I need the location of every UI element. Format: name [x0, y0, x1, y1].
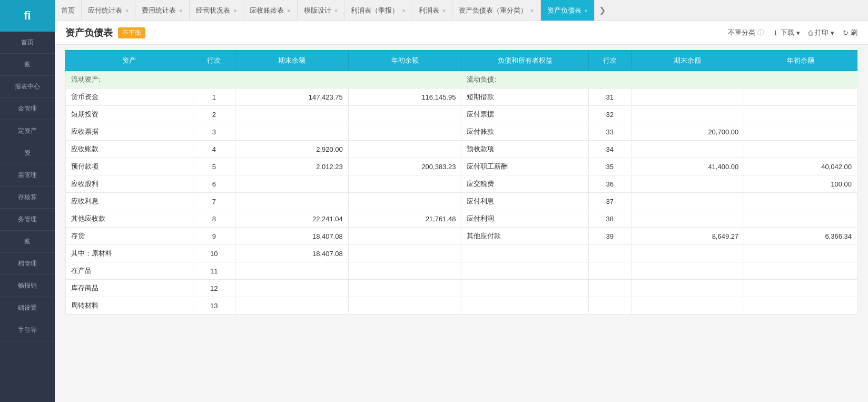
- right-begin-balance: [744, 245, 857, 262]
- sidebar-item-investment[interactable]: 资: [0, 142, 55, 164]
- left-row-num: 4: [193, 141, 235, 158]
- right-row-num: 36: [589, 175, 632, 193]
- left-end-balance: 18,407.08: [235, 245, 349, 262]
- table-row[interactable]: 预付款项 5 2,012.23 200,383.23 应付职工薪酬 35 41,…: [66, 158, 857, 175]
- table-section-row: 流动资产: 流动负债:: [66, 71, 857, 89]
- sidebar-item-expense[interactable]: 畅报销: [0, 275, 55, 297]
- left-begin-balance: [348, 228, 461, 245]
- sidebar-item-home[interactable]: 首页: [0, 32, 55, 54]
- tab-close-profit[interactable]: ×: [442, 7, 446, 14]
- right-begin-balance: [744, 262, 857, 280]
- left-end-balance: [235, 262, 349, 280]
- download-icon: ⤓: [773, 29, 778, 37]
- tab-close-payable-stats[interactable]: ×: [125, 7, 129, 14]
- right-item: 短期借款: [461, 89, 589, 106]
- print-button[interactable]: ⎙ 打印 ▾: [808, 28, 834, 37]
- sidebar-item-fixed-assets[interactable]: 定资产: [0, 120, 55, 142]
- table-row[interactable]: 其中：原材料 10 18,407.08: [66, 245, 857, 262]
- table-row[interactable]: 短期投资 2 应付票据 32: [66, 106, 857, 123]
- tab-close-operations[interactable]: ×: [233, 7, 236, 14]
- no-reclassify-option[interactable]: 不重分类 ⓘ: [728, 28, 764, 37]
- tab-operations[interactable]: 经营状况表 ×: [190, 0, 243, 21]
- left-end-balance: [235, 175, 349, 193]
- right-end-balance: [631, 175, 744, 193]
- right-item: [461, 245, 589, 262]
- sidebar-item-tickets[interactable]: 票管理: [0, 164, 55, 187]
- right-end-balance: [631, 280, 744, 297]
- sidebar-item-account2[interactable]: 账: [0, 231, 55, 253]
- sidebar-item-cash[interactable]: 金管理: [0, 98, 55, 120]
- tab-profit[interactable]: 利润表 ×: [412, 0, 452, 21]
- tab-receivable-aging[interactable]: 应收账龄表 ×: [243, 0, 297, 21]
- left-row-num: 2: [193, 106, 235, 123]
- table-row[interactable]: 存货 9 18,407.08 其他应付款 39 8,649.27 6,366.3…: [66, 228, 857, 245]
- right-end-balance: [631, 193, 744, 210]
- left-begin-balance: [348, 245, 461, 262]
- left-row-num: 1: [193, 89, 235, 106]
- download-label: 下载: [781, 28, 794, 37]
- left-end-balance: [235, 297, 349, 315]
- tab-scroll-right[interactable]: ❯: [595, 5, 610, 15]
- table-row[interactable]: 应收账款 4 2,920.00 预收款项 34: [66, 141, 857, 158]
- left-begin-balance: [348, 297, 461, 315]
- right-end-balance: [631, 106, 744, 123]
- left-item: 货币资金: [66, 89, 193, 106]
- right-begin-balance: [744, 193, 857, 210]
- tab-balance[interactable]: 资产负债表 ×: [541, 0, 595, 21]
- tab-close-template-design[interactable]: ×: [334, 7, 338, 14]
- left-end-balance: 2,920.00: [235, 141, 349, 158]
- left-row-num: 9: [193, 228, 235, 245]
- sidebar-item-inventory[interactable]: 存核算: [0, 187, 55, 209]
- table-row[interactable]: 在产品 11: [66, 262, 857, 280]
- right-item: 其他应付款: [461, 228, 589, 245]
- left-row-num: 7: [193, 193, 235, 210]
- right-begin-balance: [744, 123, 857, 141]
- tab-home[interactable]: 首页: [55, 0, 82, 21]
- right-row-num: 31: [589, 89, 632, 106]
- table-row[interactable]: 库存商品 12: [66, 280, 857, 297]
- table-row[interactable]: 货币资金 1 147,423.75 116,145.95 短期借款 31: [66, 89, 857, 106]
- sidebar-item-reports[interactable]: 报表中心: [0, 76, 55, 98]
- right-begin-balance: [744, 89, 857, 106]
- right-row-num: 33: [589, 123, 632, 141]
- tab-close-balance[interactable]: ×: [585, 7, 588, 14]
- left-item: 其他应收款: [66, 210, 193, 228]
- table-row[interactable]: 应收股利 6 应交税费 36 100.00: [66, 175, 857, 193]
- col-header-assets: 资产: [66, 51, 193, 71]
- help-icon: ⓘ: [757, 28, 764, 37]
- tab-expense-stats[interactable]: 费用统计表 ×: [135, 0, 189, 21]
- tab-close-expense-stats[interactable]: ×: [179, 7, 182, 14]
- refresh-button[interactable]: ↻ 刷: [843, 28, 857, 37]
- left-begin-balance: 21,761.48: [348, 210, 461, 228]
- right-item: 应付票据: [461, 106, 589, 123]
- download-button[interactable]: ⤓ 下载 ▾: [773, 28, 800, 37]
- sidebar-item-guide[interactable]: 手引导: [0, 319, 55, 341]
- right-item: [461, 262, 589, 280]
- col-header-liabilities: 负债和所有者权益: [461, 51, 589, 71]
- col-header-end-right: 期末余额: [631, 51, 744, 71]
- tab-template-design[interactable]: 模版设计 ×: [298, 0, 344, 21]
- left-begin-balance: 200,383.23: [348, 158, 461, 175]
- left-begin-balance: [348, 175, 461, 193]
- tab-profit-quarterly[interactable]: 利润表（季报） ×: [344, 0, 412, 21]
- table-row[interactable]: 其他应收款 8 22,241.04 21,761.48 应付利润 38: [66, 210, 857, 228]
- tab-payable-stats[interactable]: 应付统计表 ×: [82, 0, 135, 21]
- sidebar-item-ledger[interactable]: 账: [0, 54, 55, 76]
- tab-close-balance-reclassify[interactable]: ×: [530, 7, 534, 14]
- sidebar-item-tax[interactable]: 务管理: [0, 209, 55, 231]
- table-row[interactable]: 应收票据 3 应付账款 33 20,700.00: [66, 123, 857, 141]
- left-item: 周转材料: [66, 297, 193, 315]
- header-actions: 不重分类 ⓘ ⤓ 下载 ▾ ⎙ 打印 ▾ ↻ 刷: [728, 28, 857, 37]
- tab-balance-reclassify[interactable]: 资产负债表（重分类） ×: [452, 0, 540, 21]
- sidebar-item-archives[interactable]: 档管理: [0, 253, 55, 275]
- left-begin-balance: [348, 193, 461, 210]
- left-end-balance: 22,241.04: [235, 210, 349, 228]
- tab-close-profit-quarterly[interactable]: ×: [402, 7, 405, 14]
- tab-close-receivable-aging[interactable]: ×: [287, 7, 290, 14]
- table-row[interactable]: 应收利息 7 应付利息 37: [66, 193, 857, 210]
- sidebar-item-settings[interactable]: 础设置: [0, 297, 55, 319]
- left-end-balance: 18,407.08: [235, 228, 349, 245]
- right-row-num: 37: [589, 193, 632, 210]
- table-row[interactable]: 周转材料 13: [66, 297, 857, 315]
- right-begin-balance: [744, 297, 857, 315]
